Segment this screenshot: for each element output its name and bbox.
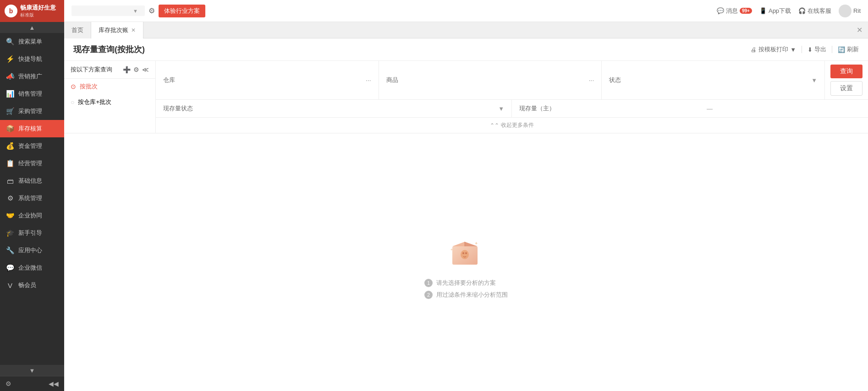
sidebar-item-member-label: 畅会员 — [18, 281, 36, 289]
left-filter-header: 按以下方案查询 ➕ ⚙ ≪ — [64, 61, 155, 79]
print-btn[interactable]: 🖨 按模板打印 ▼ — [751, 45, 796, 54]
sidebar-item-search[interactable]: 🔍 搜索菜单 — [0, 33, 64, 50]
product-more-icon[interactable]: ··· — [589, 76, 594, 84]
app-download-action[interactable]: 📱 App下载 — [759, 7, 791, 15]
main-area: ▼ ⚙ 体验行业方案 💬 消息 99+ 📱 App下载 🎧 在线客服 Rit — [64, 0, 868, 391]
step-1-num: 1 — [424, 279, 433, 287]
sidebar-item-sales[interactable]: 📊 销售管理 — [0, 85, 64, 103]
sidebar-item-purchase-label: 采购管理 — [18, 107, 42, 115]
sales-icon: 📊 — [5, 90, 15, 98]
status-filter-cell: 状态 ▼ — [602, 61, 824, 99]
inventory-status-label: 现存量状态 — [163, 104, 193, 113]
print-label: 按模板打印 — [758, 45, 788, 54]
operation-icon: 📋 — [5, 159, 15, 168]
sidebar-item-operation[interactable]: 📋 经营管理 — [0, 155, 64, 172]
sidebar-scroll-up[interactable]: ▲ — [0, 22, 64, 33]
sidebar-item-appstore[interactable]: 🔧 应用中心 — [0, 242, 64, 259]
page-header: 现存量查询(按批次) 🖨 按模板打印 ▼ ⬇ 导出 🔄 刷新 — [64, 38, 868, 61]
export-btn[interactable]: ⬇ 导出 — [808, 45, 826, 54]
collapse-sidebar-icon[interactable]: ◀◀ — [49, 380, 59, 387]
warehouse-label: 仓库 — [163, 76, 175, 84]
empty-illustration: ✦ ✦ — [443, 226, 489, 272]
step-2-text: 用过滤条件来缩小分析范围 — [436, 291, 508, 299]
tab-close-icon[interactable]: ✕ — [131, 27, 136, 33]
app-title-area: 畅康通好生意 标准版 — [20, 4, 56, 18]
sidebar-item-wechat[interactable]: 💬 企业微信 — [0, 259, 64, 277]
radio-inactive-icon: ○ — [71, 98, 74, 106]
sidebar-item-enterprise[interactable]: 🤝 企业协同 — [0, 207, 64, 224]
online-service-action[interactable]: 🎧 在线客服 — [798, 7, 831, 15]
settings-footer-icon[interactable]: ⚙ — [5, 380, 11, 387]
sidebar-item-system[interactable]: ⚙ 系统管理 — [0, 190, 64, 207]
close-all-tabs-icon[interactable]: ✕ — [857, 26, 863, 34]
tab-home-label: 首页 — [71, 26, 83, 34]
status-label: 状态 — [609, 76, 621, 84]
warehouse-input[interactable] — [179, 77, 362, 84]
filter-section: 按以下方案查询 ➕ ⚙ ≪ ⊙ 按批次 ○ 按仓库+批次 — [64, 61, 868, 133]
filter-option-batch[interactable]: ⊙ 按批次 — [64, 79, 155, 94]
status-input[interactable] — [625, 77, 808, 84]
topbar-left: ▼ ⚙ 体验行业方案 — [71, 5, 711, 17]
inventory-status-dropdown-icon[interactable]: ▼ — [498, 105, 504, 112]
sidebar-scroll-down[interactable]: ▼ — [0, 365, 64, 376]
sidebar-item-quicknav-label: 快捷导航 — [18, 55, 42, 63]
filter-row-1: 仓库 ··· 商品 ··· 状态 — [156, 61, 868, 100]
sidebar-item-finance[interactable]: 💰 资金管理 — [0, 137, 64, 155]
topbar-settings-icon[interactable]: ⚙ — [148, 6, 155, 15]
filter-fields: 仓库 ··· 商品 ··· 状态 — [156, 61, 824, 99]
settings-button[interactable]: 设置 — [830, 81, 863, 96]
tabs-bar: 首页 库存批次账 ✕ ✕ — [64, 22, 868, 38]
export-icon: ⬇ — [808, 46, 813, 53]
sidebar-item-member[interactable]: V 畅会员 — [0, 277, 64, 294]
search-dropdown-icon[interactable]: ▼ — [133, 8, 138, 14]
svg-point-6 — [465, 252, 467, 254]
enterprise-icon: 🤝 — [5, 212, 15, 220]
sidebar-item-purchase[interactable]: 🛒 采购管理 — [0, 103, 64, 120]
user-area[interactable]: Rit — [839, 5, 861, 17]
query-button[interactable]: 查询 — [830, 65, 863, 78]
query-area: 仓库 ··· 商品 ··· 状态 — [156, 61, 868, 133]
collapse-left-icon[interactable]: ≪ — [142, 66, 149, 73]
sidebar-item-quicknav[interactable]: ⚡ 快捷导航 — [0, 50, 64, 68]
sidebar-item-inventory[interactable]: 📦 库存核算 — [0, 120, 64, 137]
svg-point-4 — [461, 250, 469, 259]
sidebar-item-finance-label: 资金管理 — [18, 142, 42, 150]
warehouse-filter-cell: 仓库 ··· — [156, 61, 379, 99]
message-action[interactable]: 💬 消息 99+ — [717, 7, 752, 15]
topbar-search-input[interactable] — [76, 7, 131, 14]
sidebar-item-operation-label: 经营管理 — [18, 159, 42, 168]
sidebar-item-marketing[interactable]: 📣 营销推广 — [0, 68, 64, 85]
inventory-qty-label: 现存量（主） — [519, 104, 555, 113]
product-input[interactable] — [402, 77, 585, 84]
left-filter-panel: 按以下方案查询 ➕ ⚙ ≪ ⊙ 按批次 ○ 按仓库+批次 — [64, 61, 156, 133]
refresh-label: 刷新 — [847, 45, 859, 54]
refresh-icon: 🔄 — [838, 46, 845, 53]
page-title: 现存量查询(按批次) — [73, 44, 145, 55]
add-filter-icon[interactable]: ➕ — [123, 66, 131, 73]
filter-option-batch-label: 按批次 — [80, 82, 98, 91]
topbar-search-area[interactable]: ▼ — [71, 5, 145, 16]
refresh-btn[interactable]: 🔄 刷新 — [838, 45, 859, 54]
config-filter-icon[interactable]: ⚙ — [133, 66, 139, 73]
status-dropdown-icon[interactable]: ▼ — [811, 77, 817, 84]
svg-text:✦: ✦ — [474, 241, 478, 246]
sidebar-item-newuser[interactable]: 🎓 新手引导 — [0, 224, 64, 242]
sidebar-item-system-label: 系统管理 — [18, 194, 42, 202]
quicknav-icon: ⚡ — [5, 55, 15, 63]
filter-option-warehouse-batch[interactable]: ○ 按仓库+批次 — [64, 94, 155, 110]
tab-home[interactable]: 首页 — [64, 22, 91, 38]
export-label: 导出 — [814, 45, 826, 54]
page-content: 现存量查询(按批次) 🖨 按模板打印 ▼ ⬇ 导出 🔄 刷新 — [64, 38, 868, 391]
marketing-icon: 📣 — [5, 72, 15, 81]
tab-inventory-batch[interactable]: 库存批次账 ✕ — [91, 22, 143, 38]
empty-instructions: 1 请先选择要分析的方案 2 用过滤条件来缩小分析范围 — [424, 279, 508, 299]
collapse-row[interactable]: ⌃⌃ 收起更多条件 — [156, 118, 868, 133]
newuser-icon: 🎓 — [5, 229, 15, 237]
experience-btn[interactable]: 体验行业方案 — [159, 5, 205, 17]
inventory-status-select[interactable] — [197, 105, 494, 112]
tab-inventory-batch-label: 库存批次账 — [99, 26, 128, 34]
message-badge: 99+ — [740, 8, 752, 14]
step-1-text: 请先选择要分析的方案 — [436, 279, 496, 287]
sidebar-item-basic[interactable]: 🗃 基础信息 — [0, 172, 64, 190]
warehouse-more-icon[interactable]: ··· — [366, 76, 371, 84]
